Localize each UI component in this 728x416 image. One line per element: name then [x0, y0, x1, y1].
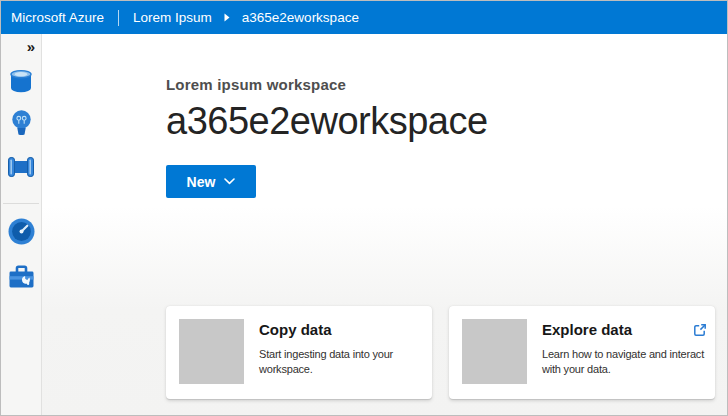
breadcrumb-current[interactable]: a365e2eworkspace: [242, 10, 359, 25]
sidebar-item-monitor[interactable]: [1, 217, 41, 250]
card-thumbnail-placeholder: [462, 319, 527, 384]
window-body: »: [1, 34, 727, 416]
sidebar-item-integrate[interactable]: [1, 155, 41, 184]
card-title: Explore data: [542, 321, 705, 339]
sidebar-divider: [3, 203, 39, 204]
quick-start-cards: Copy data Start ingesting data into your…: [166, 306, 727, 399]
pipeline-icon: [7, 155, 35, 184]
topbar-divider: [118, 10, 119, 26]
workspace-subtitle: Lorem ipsum workspace: [166, 76, 727, 93]
card-thumbnail-placeholder: [179, 319, 244, 384]
card-explore-data[interactable]: Explore data Learn how to navigate and i…: [449, 306, 715, 399]
lightbulb-icon: [9, 109, 34, 141]
azure-workspace-window: Microsoft Azure Lorem Ipsum a365e2eworks…: [0, 0, 728, 416]
chevron-down-icon: [224, 178, 235, 185]
breadcrumb-arrow-icon: [224, 13, 230, 22]
brand-microsoft-azure[interactable]: Microsoft Azure: [11, 10, 104, 25]
page-title: a365e2eworkspace: [166, 99, 727, 143]
card-text-block: Explore data Learn how to navigate and i…: [542, 319, 705, 377]
database-icon: [8, 68, 34, 99]
sidebar-item-manage[interactable]: [1, 263, 41, 296]
left-nav-sidebar: »: [1, 34, 42, 416]
breadcrumb-parent[interactable]: Lorem Ipsum: [133, 10, 212, 25]
new-button[interactable]: New: [166, 165, 256, 198]
card-description: Start ingesting data into your workspace…: [259, 347, 422, 377]
sidebar-item-data[interactable]: [1, 68, 41, 99]
gauge-icon: [7, 217, 36, 250]
card-description: Learn how to navigate and interact with …: [542, 347, 705, 377]
external-link-icon[interactable]: [693, 323, 707, 337]
card-title: Copy data: [259, 321, 422, 339]
card-text-block: Copy data Start ingesting data into your…: [259, 319, 422, 377]
sidebar-item-develop[interactable]: [1, 109, 41, 141]
top-bar: Microsoft Azure Lorem Ipsum a365e2eworks…: [1, 1, 727, 34]
toolbox-icon: [7, 263, 36, 296]
sidebar-expand-button[interactable]: »: [27, 38, 35, 56]
new-button-label: New: [187, 174, 216, 190]
card-copy-data[interactable]: Copy data Start ingesting data into your…: [166, 306, 432, 399]
main-content: Lorem ipsum workspace a365e2eworkspace N…: [42, 34, 727, 416]
